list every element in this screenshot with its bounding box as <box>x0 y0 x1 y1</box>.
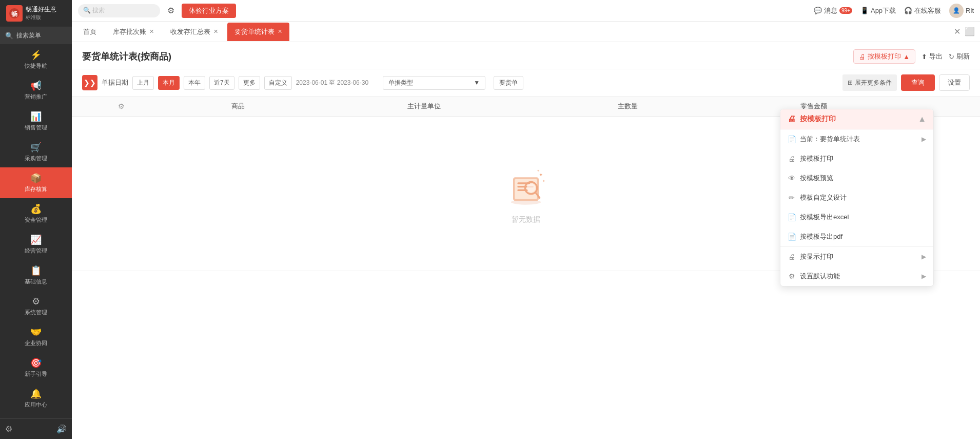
tab-inventory-batch-close[interactable]: ✕ <box>149 28 154 35</box>
date-last-7-days-btn[interactable]: 近7天 <box>209 76 234 90</box>
user-action[interactable]: 👤 Rit <box>949 4 974 18</box>
table-settings-icon[interactable]: ⚙ <box>118 102 125 110</box>
inventory-icon: 📦 <box>30 173 42 184</box>
sidebar-item-enterprise-wechat[interactable]: 💬 企业微信 <box>0 414 72 418</box>
sidebar-item-label: 库存核算 <box>25 185 47 193</box>
sidebar: 畅 畅通好生意 标准版 🔍 搜索菜单 ⚡ 快捷导航 📢 营销推广 📊 销售管理 … <box>0 0 72 439</box>
sidebar-item-app-center[interactable]: 🔔 应用中心 <box>0 383 72 414</box>
trial-button[interactable]: 体验行业方案 <box>182 4 236 18</box>
app-name: 畅通好生意 <box>26 6 56 14</box>
tab-inventory-batch[interactable]: 库存批次账 ✕ <box>106 23 161 41</box>
dropdown-template-export-pdf[interactable]: 📄 按模板导出pdf <box>780 227 933 246</box>
empty-illustration: ✦ ✦ ✦ <box>500 163 552 209</box>
print-dropdown-menu: 🖨 按模板打印 ▲ 📄 当前：要货单统计表 ▶ 🖨 按模板打印 👁 按模板预览 <box>780 109 934 287</box>
dropdown-template-print[interactable]: 🖨 按模板打印 <box>780 149 933 168</box>
filter-toggle-btn[interactable]: ❯❯ <box>82 75 97 90</box>
svg-point-9 <box>527 184 536 193</box>
settings-footer-icon[interactable]: ⚙ <box>5 424 12 434</box>
template-pdf-icon: 📄 <box>788 233 796 241</box>
tab-order-stats-close[interactable]: ✕ <box>278 28 282 35</box>
template-print-icon: 🖨 <box>788 155 796 163</box>
date-range-text: 2023-06-01 至 2023-06-30 <box>296 79 368 87</box>
dropdown-section: 🖨 按显示打印 ▶ ⚙ 设置默认功能 ▶ <box>780 246 933 286</box>
empty-text: 暂无数据 <box>512 215 540 224</box>
print-dropdown-btn[interactable]: 🖨 按模板打印 ▲ <box>853 49 915 64</box>
chevron-up-icon: ▲ <box>903 53 910 61</box>
sidebar-search[interactable]: 🔍 搜索菜单 <box>0 27 72 44</box>
sidebar-item-guide[interactable]: 🎯 新手引导 <box>0 352 72 383</box>
sidebar-item-basic-info[interactable]: 📋 基础信息 <box>0 260 72 291</box>
sidebar-item-cooperation[interactable]: 🤝 企业协同 <box>0 321 72 352</box>
template-custom-icon: ✏ <box>788 194 796 202</box>
order-type-tag[interactable]: 要货单 <box>494 76 523 90</box>
search-bar-placeholder: 🔍 搜索 <box>83 6 105 15</box>
sidebar-item-sales[interactable]: 📊 销售管理 <box>0 106 72 137</box>
tab-receipt-summary[interactable]: 收发存汇总表 ✕ <box>163 23 225 41</box>
app-subtitle: 标准版 <box>26 14 56 21</box>
header-settings-btn[interactable]: ⚙ <box>164 4 178 17</box>
template-preview-label: 按模板预览 <box>800 174 833 183</box>
date-current-month-btn[interactable]: 本月 <box>158 76 180 90</box>
tab-order-stats[interactable]: 要货单统计表 ✕ <box>227 23 289 41</box>
dropdown-template-export-excel[interactable]: 📄 按模板导出excel <box>780 207 933 227</box>
doc-type-label: 单据类型 <box>388 79 413 87</box>
sidebar-item-purchase[interactable]: 🛒 采购管理 <box>0 137 72 167</box>
headset-icon: 🎧 <box>904 7 912 14</box>
quick-nav-icon: ⚡ <box>30 49 42 61</box>
export-label: 导出 <box>929 52 943 61</box>
window-maximize-icon[interactable]: ⬜ <box>965 27 975 36</box>
sidebar-item-label: 营销推广 <box>25 93 47 101</box>
tab-receipt-summary-close[interactable]: ✕ <box>213 28 218 35</box>
sidebar-item-label: 基础信息 <box>25 278 47 285</box>
purchase-icon: 🛒 <box>30 142 42 153</box>
sidebar-nav: ⚡ 快捷导航 📢 营销推广 📊 销售管理 🛒 采购管理 📦 库存核算 💰 资金管… <box>0 44 72 418</box>
settings-action-button[interactable]: 设置 <box>939 74 970 91</box>
display-print-label: 按显示打印 <box>800 252 833 261</box>
expand-more-btn[interactable]: ⊞ 展开更多条件 <box>842 74 897 91</box>
sidebar-item-label: 新手引导 <box>25 370 47 378</box>
tab-home[interactable]: 首页 <box>76 23 104 41</box>
date-more-btn[interactable]: 更多 <box>239 76 260 90</box>
chevron-right-icon: ❯❯ <box>84 79 96 87</box>
date-prev-month-btn[interactable]: 上月 <box>132 76 154 90</box>
sidebar-item-system[interactable]: ⚙ 系统管理 <box>0 291 72 321</box>
window-close-icon[interactable]: ✕ <box>954 27 961 36</box>
sidebar-item-label: 系统管理 <box>25 309 47 316</box>
dropdown-default-settings[interactable]: ⚙ 设置默认功能 ▶ <box>780 266 933 286</box>
date-current-year-btn[interactable]: 本年 <box>184 76 205 90</box>
dropdown-current-template[interactable]: 📄 当前：要货单统计表 ▶ <box>780 129 933 149</box>
print-btn-label: 按模板打印 <box>868 52 901 61</box>
sidebar-item-quick-nav[interactable]: ⚡ 快捷导航 <box>0 44 72 75</box>
template-excel-icon: 📄 <box>788 213 796 221</box>
col-settings[interactable]: ⚙ <box>72 97 171 117</box>
template-preview-icon: 👁 <box>788 174 796 182</box>
refresh-btn[interactable]: ↻ 刷新 <box>949 52 970 61</box>
global-search-bar[interactable]: 🔍 搜索 <box>78 4 160 17</box>
messages-action[interactable]: 💬 消息 99+ <box>814 6 852 15</box>
tab-bar: 首页 库存批次账 ✕ 收发存汇总表 ✕ 要货单统计表 ✕ ✕ ⬜ <box>72 22 980 42</box>
dropdown-header: 🖨 按模板打印 ▲ <box>780 109 933 129</box>
sidebar-item-finance[interactable]: 💰 资金管理 <box>0 198 72 229</box>
template-excel-label: 按模板导出excel <box>800 213 849 222</box>
sidebar-item-inventory[interactable]: 📦 库存核算 <box>0 167 72 198</box>
top-header: 🔍 搜索 ⚙ 体验行业方案 💬 消息 99+ 📱 App下载 🎧 在线客服 👤 … <box>72 0 980 22</box>
query-button[interactable]: 查询 <box>901 74 935 91</box>
dropdown-close-icon[interactable]: ▲ <box>918 114 926 124</box>
date-custom-btn[interactable]: 自定义 <box>264 76 292 90</box>
sidebar-item-operations[interactable]: 📈 经营管理 <box>0 229 72 260</box>
dropdown-template-preview[interactable]: 👁 按模板预览 <box>780 168 933 188</box>
speaker-footer-icon[interactable]: 🔊 <box>56 424 67 434</box>
date-filter-label: 单据日期 <box>102 78 128 87</box>
app-download-label: App下载 <box>871 6 896 15</box>
phone-icon: 📱 <box>860 7 869 14</box>
online-service-action[interactable]: 🎧 在线客服 <box>904 6 941 15</box>
doc-type-select[interactable]: 单据类型 ▼ <box>383 76 485 90</box>
sidebar-item-marketing[interactable]: 📢 营销推广 <box>0 75 72 106</box>
svg-text:✦: ✦ <box>542 179 545 183</box>
dropdown-template-custom-design[interactable]: ✏ 模板自定义设计 <box>780 188 933 207</box>
export-btn[interactable]: ⬆ 导出 <box>922 52 943 61</box>
dropdown-display-print[interactable]: 🖨 按显示打印 ▶ <box>780 247 933 266</box>
header-right: 💬 消息 99+ 📱 App下载 🎧 在线客服 👤 Rit <box>814 4 974 18</box>
app-download-action[interactable]: 📱 App下载 <box>860 6 896 15</box>
dropdown-header-left: 🖨 按模板打印 <box>788 114 836 124</box>
